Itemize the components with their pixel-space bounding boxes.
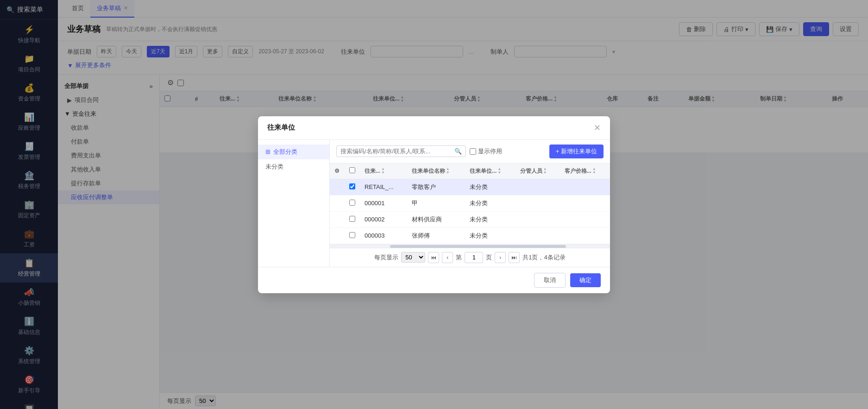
show-disabled-label: 显示停用 (470, 147, 502, 156)
add-partner-button[interactable]: + 新增往来单位 (549, 145, 604, 158)
row-category: 未分类 (465, 179, 515, 195)
first-page-btn[interactable]: ⏮ (428, 252, 439, 263)
row-price (560, 227, 610, 244)
row-manager (516, 179, 560, 195)
row-code: RETAIL_... (360, 179, 407, 195)
dialog-body: ⊞ 全部分类 未分类 🔍 显示停用 (258, 140, 610, 267)
dialog-sidebar-all[interactable]: ⊞ 全部分类 (258, 145, 329, 159)
dialog-search-input[interactable] (340, 148, 452, 155)
dialog-footer: 取消 确定 (258, 267, 610, 293)
cancel-button[interactable]: 取消 (534, 273, 566, 288)
dialog-table-row[interactable]: 000002 材料供应商 未分类 (330, 211, 610, 227)
partner-dialog: 往来单位 ✕ ⊞ 全部分类 未分类 🔍 (258, 116, 610, 293)
row-name: 甲 (407, 195, 465, 211)
current-page-input[interactable] (465, 252, 483, 263)
dialog-table: ⚙ 往来... ▲▼ 往来单位名称 ▲▼ 往来单位... ▲▼ 分管人员 ▲▼ … (330, 164, 610, 244)
dcol-category[interactable]: 往来单位... ▲▼ (465, 164, 515, 179)
row-manager (516, 211, 560, 227)
dialog-table-wrap: ⚙ 往来... ▲▼ 往来单位名称 ▲▼ 往来单位... ▲▼ 分管人员 ▲▼ … (330, 164, 610, 244)
row-gear (330, 195, 345, 211)
scrollbar-thumb (390, 245, 566, 248)
dialog-header-row: ⚙ 往来... ▲▼ 往来单位名称 ▲▼ 往来单位... ▲▼ 分管人员 ▲▼ … (330, 164, 610, 179)
search-icon: 🔍 (454, 148, 462, 155)
row-price (560, 179, 610, 195)
row-checkbox[interactable] (345, 227, 360, 244)
last-page-btn[interactable]: ⏭ (509, 252, 520, 263)
total-label: 共1页，4条记录 (522, 253, 565, 262)
dcol-checkbox (345, 164, 360, 179)
row-gear (330, 227, 345, 244)
dcol-price[interactable]: 客户价格... ▲▼ (560, 164, 610, 179)
confirm-button[interactable]: 确定 (570, 273, 601, 287)
row-code: 000002 (360, 211, 407, 227)
page-size-select[interactable]: 50 10 20 100 (401, 252, 425, 263)
row-category: 未分类 (465, 211, 515, 227)
page-suffix-label: 页 (486, 253, 492, 262)
dialog-table-row[interactable]: RETAIL_... 零散客户 未分类 (330, 179, 610, 195)
dialog-toolbar: 🔍 显示停用 + 新增往来单位 (330, 140, 610, 164)
row-gear (330, 179, 345, 195)
dialog-main: 🔍 显示停用 + 新增往来单位 ⚙ (330, 140, 610, 267)
row-code: 000003 (360, 227, 407, 244)
prev-page-btn[interactable]: ‹ (442, 252, 453, 263)
page-size-label: 每页显示 (374, 253, 398, 262)
row-manager (516, 195, 560, 211)
dcol-manager[interactable]: 分管人员 ▲▼ (516, 164, 560, 179)
next-page-btn[interactable]: › (495, 252, 506, 263)
search-box: 🔍 (336, 145, 466, 157)
row-category: 未分类 (465, 227, 515, 244)
dialog-scrollbar[interactable] (330, 244, 610, 248)
row-checkbox[interactable] (345, 211, 360, 227)
row-code: 000001 (360, 195, 407, 211)
row-price (560, 195, 610, 211)
dialog-title: 往来单位 (267, 123, 295, 132)
grid-icon: ⊞ (265, 148, 270, 155)
row-manager (516, 227, 560, 244)
dialog-select-all[interactable] (349, 167, 355, 173)
row-checkbox[interactable] (345, 179, 360, 195)
row-gear (330, 211, 345, 227)
row-name: 零散客户 (407, 179, 465, 195)
dialog-table-row[interactable]: 000003 张师傅 未分类 (330, 227, 610, 244)
row-name: 张师傅 (407, 227, 465, 244)
dcol-name[interactable]: 往来单位名称 ▲▼ (407, 164, 465, 179)
dialog-header: 往来单位 ✕ (258, 116, 610, 140)
dialog-table-row[interactable]: 000001 甲 未分类 (330, 195, 610, 211)
page-label: 第 (456, 253, 462, 262)
dialog-sidebar: ⊞ 全部分类 未分类 (258, 140, 330, 267)
dialog-sidebar-unclassified[interactable]: 未分类 (258, 159, 329, 174)
dialog-close-icon[interactable]: ✕ (594, 123, 601, 133)
dialog-pagination: 每页显示 50 10 20 100 ⏮ ‹ 第 页 › ⏭ 共1页，4条记录 (330, 248, 610, 267)
dialog-overlay[interactable]: 往来单位 ✕ ⊞ 全部分类 未分类 🔍 (0, 0, 868, 409)
row-checkbox[interactable] (345, 195, 360, 211)
show-disabled-checkbox[interactable] (470, 148, 476, 155)
row-name: 材料供应商 (407, 211, 465, 227)
dcol-gear[interactable]: ⚙ (330, 164, 345, 179)
dcol-code[interactable]: 往来... ▲▼ (360, 164, 407, 179)
row-price (560, 211, 610, 227)
row-category: 未分类 (465, 195, 515, 211)
